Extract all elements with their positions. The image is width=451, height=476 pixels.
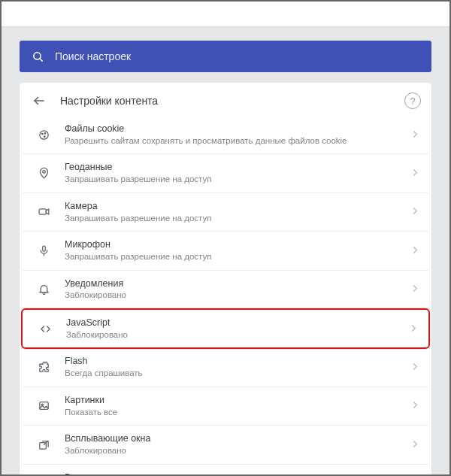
- popup-icon: [33, 434, 54, 455]
- chevron-right-icon: [413, 362, 418, 373]
- ads-icon: [33, 473, 54, 474]
- row-text: Файлы cookie Разрешить сайтам сохранять …: [65, 123, 407, 147]
- row-title: Flash: [65, 355, 407, 368]
- bell-icon: [33, 279, 54, 300]
- row-subtitle: Заблокировано: [65, 290, 407, 302]
- row-title: Уведомления: [65, 277, 407, 290]
- row-title: JavaScript: [66, 317, 405, 329]
- settings-list: Файлы cookie Разрешить сайтам сохранять …: [20, 116, 431, 474]
- browser-top-strip: [2, 2, 449, 27]
- chevron-right-icon: [413, 283, 418, 295]
- chevron-right-icon: [413, 168, 418, 179]
- puzzle-icon: [33, 357, 54, 378]
- row-subtitle: Заблокировано: [65, 445, 407, 457]
- row-subtitle: Всегда спрашивать: [65, 368, 407, 380]
- row-text: Картинки Показать все: [65, 394, 407, 418]
- row-subtitle: Заблокировано: [66, 329, 405, 341]
- help-button[interactable]: ?: [404, 92, 421, 109]
- content-settings-card: Настройки контента ? Файлы cookie Разреш…: [20, 83, 431, 474]
- row-title: Всплывающие окна: [65, 432, 407, 445]
- row-text: Всплывающие окна Заблокировано: [65, 432, 407, 456]
- settings-row-mic[interactable]: Микрофон Запрашивать разрешение на досту…: [23, 232, 428, 270]
- row-text: Flash Всегда спрашивать: [65, 355, 407, 379]
- chevron-right-icon: [413, 245, 418, 256]
- svg-point-3: [39, 131, 47, 139]
- row-title: Микрофон: [65, 238, 407, 251]
- row-text: Микрофон Запрашивать разрешение на досту…: [65, 238, 407, 262]
- settings-row-camera[interactable]: Камера Запрашивать разрешение на доступ: [23, 193, 428, 232]
- settings-row-bell[interactable]: Уведомления Заблокировано: [23, 271, 428, 309]
- svg-point-6: [44, 136, 44, 137]
- cookie-icon: [33, 124, 54, 145]
- settings-row-location[interactable]: Геоданные Запрашивать разрешение на дост…: [23, 154, 428, 193]
- chevron-right-icon: [413, 129, 418, 141]
- row-subtitle: Показать все: [65, 407, 407, 419]
- settings-row-cookie[interactable]: Файлы cookie Разрешить сайтам сохранять …: [23, 116, 428, 154]
- svg-rect-8: [39, 209, 46, 214]
- help-icon: ?: [410, 96, 415, 107]
- row-subtitle: Запрашивать разрешение на доступ: [65, 174, 407, 186]
- search-icon: [32, 50, 44, 63]
- chevron-right-icon: [413, 206, 418, 217]
- settings-row-puzzle[interactable]: Flash Всегда спрашивать: [23, 348, 428, 387]
- svg-point-13: [41, 404, 43, 405]
- location-icon: [33, 163, 54, 184]
- row-subtitle: Запрашивать разрешение на доступ: [65, 251, 407, 263]
- back-button[interactable]: [30, 92, 48, 110]
- svg-rect-10: [42, 246, 45, 251]
- row-text: Геоданные Запрашивать разрешение на дост…: [65, 161, 407, 185]
- chevron-right-icon: [413, 439, 418, 450]
- settings-row-ads[interactable]: Реклама Заблокировано на сайтах, на кото…: [23, 465, 428, 474]
- row-text: Уведомления Заблокировано: [65, 277, 407, 302]
- row-title: Картинки: [65, 394, 407, 407]
- row-text: Камера Запрашивать разрешение на доступ: [65, 200, 407, 224]
- settings-row-image[interactable]: Картинки Показать все: [23, 387, 428, 426]
- code-icon: [35, 318, 56, 339]
- search-bar[interactable]: [20, 41, 431, 72]
- settings-viewport: Настройки контента ? Файлы cookie Разреш…: [2, 27, 449, 474]
- page-title: Настройки контента: [60, 95, 404, 107]
- row-title: Файлы cookie: [65, 123, 407, 135]
- settings-row-code[interactable]: JavaScript Заблокировано: [21, 308, 430, 349]
- row-text: Реклама Заблокировано на сайтах, на кото…: [65, 471, 407, 474]
- svg-point-5: [44, 132, 45, 133]
- mic-icon: [33, 240, 54, 261]
- arrow-left-icon: [32, 94, 46, 108]
- row-title: Камера: [65, 200, 407, 213]
- chevron-right-icon: [413, 400, 418, 411]
- row-title: Геоданные: [65, 161, 407, 174]
- row-title: Реклама: [65, 471, 407, 474]
- image-icon: [33, 396, 54, 417]
- camera-icon: [33, 202, 54, 223]
- svg-line-1: [40, 58, 42, 60]
- settings-row-popup[interactable]: Всплывающие окна Заблокировано: [23, 426, 428, 464]
- row-subtitle: Разрешить сайтам сохранять и просматрива…: [65, 135, 407, 147]
- card-header: Настройки контента ?: [20, 83, 431, 116]
- svg-rect-12: [39, 402, 47, 410]
- browser-window: Настройки контента ? Файлы cookie Разреш…: [0, 0, 451, 476]
- row-text: JavaScript Заблокировано: [66, 317, 405, 341]
- svg-point-4: [41, 133, 42, 134]
- svg-point-7: [42, 171, 45, 174]
- row-subtitle: Запрашивать разрешение на доступ: [65, 213, 407, 225]
- chevron-right-icon: [411, 323, 416, 335]
- search-input[interactable]: [55, 50, 419, 62]
